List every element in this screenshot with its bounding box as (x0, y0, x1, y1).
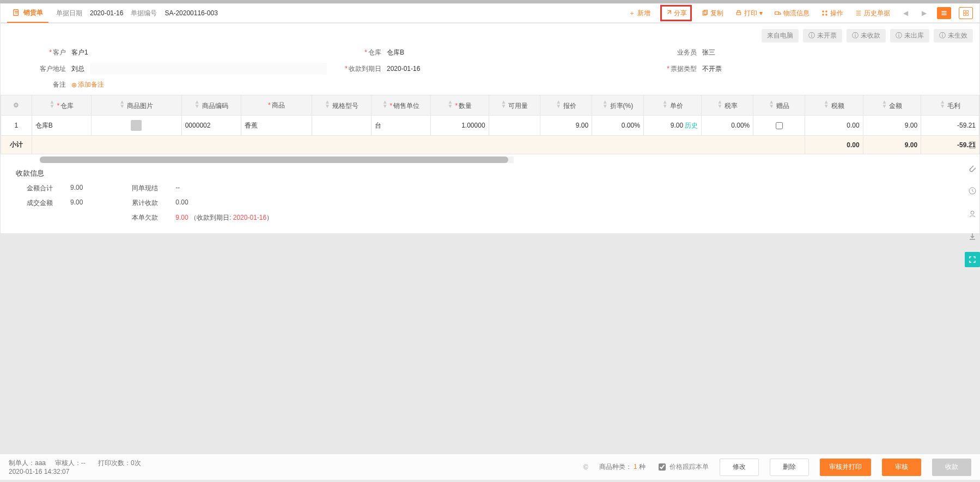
footer-timestamp: 2020-01-16 14:32:07 (9, 467, 141, 476)
ops-button[interactable]: 操作 (819, 7, 845, 20)
sort-icon (447, 100, 453, 109)
view-card-toggle[interactable] (959, 7, 973, 19)
truck-icon (775, 10, 781, 16)
col-product[interactable]: *商品 (241, 95, 312, 116)
sort-icon (325, 100, 330, 109)
gear-icon: ⚙ (13, 101, 19, 109)
table-header: ⚙ *仓库 商品图片 商品编码 *商品 规格型号 *销售单位 *数量 可用量 报… (1, 95, 979, 116)
sort-icon (881, 100, 887, 109)
print-button[interactable]: 打印 ▾ (733, 7, 765, 20)
sort-icon (662, 100, 668, 109)
sort-icon (940, 100, 945, 109)
print-icon (735, 10, 742, 16)
col-available[interactable]: 可用量 (489, 95, 540, 116)
view-list-toggle[interactable] (937, 7, 951, 19)
doc-date-value: 2020-01-16 (90, 9, 123, 17)
sort-icon (769, 100, 774, 109)
delete-button[interactable]: 删除 (770, 459, 809, 476)
collect-button[interactable]: 收款 (932, 459, 971, 476)
rail-attach-icon[interactable] (965, 160, 980, 176)
print-count: 0次 (131, 459, 141, 467)
col-tax-amount[interactable]: 税额 (805, 95, 863, 116)
svg-rect-9 (826, 14, 827, 16)
history-button[interactable]: 历史单据 (853, 7, 892, 20)
items-table: ⚙ *仓库 商品图片 商品编码 *商品 规格型号 *销售单位 *数量 可用量 报… (1, 95, 979, 154)
col-amount[interactable]: 金额 (863, 95, 921, 116)
field-address: 客户地址 刘总 (22, 63, 327, 75)
col-tax-rate[interactable]: 税率 (702, 95, 753, 116)
kind-summary: 商品种类： 1 种 (599, 462, 646, 472)
rail-download-icon[interactable] (965, 229, 980, 244)
salesman-value: 张三 (702, 48, 715, 57)
customer-value: 客户1 (71, 48, 88, 57)
sort-icon (501, 100, 506, 109)
edit-button[interactable]: 修改 (720, 459, 759, 476)
rail-note-icon[interactable] (965, 137, 980, 153)
rail-expand-icon[interactable] (965, 252, 980, 267)
price-history-link[interactable]: 历史 (685, 122, 698, 129)
status-receipt: ⓘ未收款 (847, 29, 886, 43)
col-gear[interactable]: ⚙ (1, 95, 32, 116)
right-rail (965, 134, 980, 270)
horizontal-scrollbar[interactable] (40, 156, 514, 163)
follow-price-checkbox[interactable]: 价格跟踪本单 (656, 462, 709, 472)
next-button[interactable]: ▶ (918, 8, 929, 19)
svg-rect-8 (823, 14, 824, 16)
gift-checkbox[interactable] (776, 122, 783, 129)
list-icon (855, 10, 862, 16)
subtotal-label: 小计 (1, 136, 32, 154)
payment-title: 收款信息 (1, 163, 979, 184)
row-available (489, 116, 540, 136)
share-highlight: 分享 (660, 5, 692, 21)
sort-icon (717, 100, 722, 109)
add-remark-button[interactable]: ⊕ 添加备注 (71, 80, 104, 89)
chevron-down-icon: ▾ (759, 9, 763, 17)
invoice-type-value: 不开票 (702, 64, 722, 74)
rail-clock-icon[interactable] (965, 183, 980, 198)
prev-button[interactable]: ◀ (900, 8, 911, 19)
col-qty[interactable]: *数量 (430, 95, 489, 116)
new-button[interactable]: ＋ 新增 (626, 7, 653, 20)
tab-sales-order[interactable]: 销货单 (7, 3, 48, 23)
doc-no-value: SA-20200116-003 (165, 9, 217, 17)
row-gift (753, 116, 805, 136)
col-code[interactable]: 商品编码 (181, 95, 241, 116)
cum-value: 0.00 (175, 198, 188, 208)
audit-button[interactable]: 审核 (882, 459, 921, 476)
col-warehouse[interactable]: *仓库 (32, 95, 91, 116)
row-code: 0000002 (181, 116, 241, 136)
svg-rect-13 (966, 14, 969, 16)
svg-rect-14 (970, 142, 975, 148)
col-quote[interactable]: 报价 (540, 95, 592, 116)
col-profit[interactable]: 毛利 (921, 95, 979, 116)
row-image (91, 116, 181, 136)
row-unit: 台 (371, 116, 430, 136)
subtotal-amount: 9.00 (863, 136, 921, 154)
settle-value: -- (175, 184, 180, 193)
copy-button[interactable]: 复制 (699, 7, 726, 20)
sort-icon (50, 100, 55, 109)
sort-icon (556, 100, 561, 109)
row-tax-amount: 0.00 (805, 116, 863, 136)
row-index: 1 (1, 116, 32, 136)
field-salesman: 业务员 张三 (653, 48, 958, 57)
col-image[interactable]: 商品图片 (91, 95, 181, 116)
col-discount[interactable]: 折率(%) (592, 95, 644, 116)
table-row[interactable]: 1 仓库B 0000002 香蕉 台 1.00000 9.00 0.00% 9.… (1, 116, 979, 136)
subtotal-row: 小计 0.00 9.00 -59.21 (1, 136, 979, 154)
col-gift[interactable]: 赠品 (753, 95, 805, 116)
sort-icon (602, 100, 608, 109)
col-price[interactable]: 单价 (643, 95, 702, 116)
address-value: 刘总 (71, 64, 84, 74)
col-unit[interactable]: *销售单位 (371, 95, 430, 116)
col-spec[interactable]: 规格型号 (312, 95, 371, 116)
status-effect: ⓘ未生效 (934, 29, 973, 43)
logistics-button[interactable]: 物流信息 (772, 7, 812, 20)
share-button[interactable]: 分享 (663, 7, 689, 20)
audit-print-button[interactable]: 审核并打印 (820, 459, 871, 476)
deal-value: 9.00 (70, 198, 83, 208)
svg-rect-6 (823, 11, 824, 13)
status-invoice: ⓘ未开票 (803, 29, 842, 43)
rail-user-icon[interactable] (965, 206, 980, 221)
field-invoice-type: *票据类型 不开票 (653, 63, 958, 75)
